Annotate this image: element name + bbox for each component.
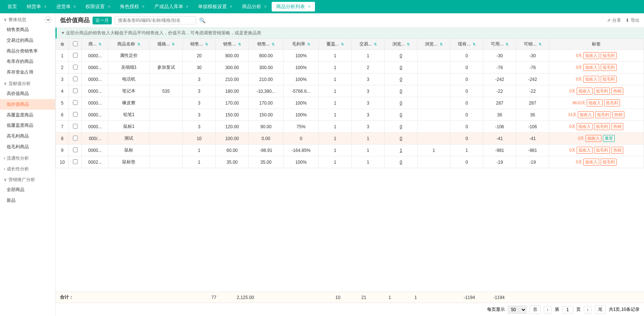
browse-link[interactable]: 0	[400, 53, 402, 58]
sidebar-group-marketing[interactable]: ∨ 营销推广分析	[0, 174, 55, 184]
sidebar-item-low-value[interactable]: 低价值商品	[0, 99, 55, 110]
row-checkbox-cell[interactable]	[69, 62, 82, 74]
sidebar-item-sales-products[interactable]: 销售类商品	[0, 24, 55, 35]
nav-purchase-order[interactable]: 进货单 ×	[52, 2, 81, 11]
sidebar-item-stock-products[interactable]: 有库存的商品	[0, 56, 55, 67]
th-sales2[interactable]: 销售... ⇅	[216, 39, 249, 50]
th-name[interactable]: 商品名称 ⇅	[108, 39, 150, 50]
close-icon[interactable]: ×	[264, 4, 266, 9]
sidebar-item-low-margin[interactable]: 低毛利商品	[0, 142, 55, 152]
row-browse1[interactable]: 0	[385, 133, 417, 145]
nav-role-auth[interactable]: 角色授权 ×	[115, 2, 149, 11]
th-code[interactable]: 商... ⇅	[82, 39, 108, 50]
row-browse1[interactable]: 0	[385, 50, 417, 62]
browse-link[interactable]: 0	[400, 101, 402, 106]
share-button[interactable]: ⇗ 分享	[607, 17, 621, 24]
nav-permission-settings[interactable]: 权限设置 ×	[81, 2, 115, 11]
browse-link[interactable]: 0	[400, 136, 402, 141]
first-page-button[interactable]: 首	[530, 305, 541, 314]
row-checkbox-cell[interactable]	[69, 50, 82, 62]
th-coverage[interactable]: 覆盖... ⇅	[319, 39, 352, 50]
row-checkbox-cell[interactable]	[69, 109, 82, 121]
sidebar-item-low-coverage[interactable]: 低覆盖度商品	[0, 120, 55, 131]
row-checkbox[interactable]	[73, 100, 78, 105]
sidebar-item-high-margin[interactable]: 高毛利商品	[0, 131, 55, 142]
nav-product-analysis-list[interactable]: 商品分析列表 ×	[272, 2, 315, 11]
browse-link[interactable]: 1	[400, 148, 402, 153]
row-browse1[interactable]: 0	[385, 85, 417, 97]
row-checkbox-cell[interactable]	[69, 145, 82, 156]
row-browse1[interactable]: 0	[385, 97, 417, 109]
browse-link[interactable]: 0	[400, 112, 402, 118]
row-checkbox[interactable]	[73, 53, 78, 58]
row-checkbox-cell[interactable]	[69, 97, 82, 109]
th-sales1[interactable]: 销售... ⇅	[183, 39, 216, 50]
search-icon[interactable]: 🔍	[199, 17, 205, 23]
row-browse1[interactable]: 0	[385, 121, 417, 133]
close-icon[interactable]: ×	[186, 4, 188, 9]
nav-product-analysis[interactable]: 商品分析 ×	[238, 2, 271, 11]
nav-home[interactable]: 首页	[3, 2, 21, 11]
row-checkbox[interactable]	[73, 159, 78, 164]
th-settings[interactable]: ⚙	[56, 39, 69, 50]
close-icon[interactable]: ×	[44, 4, 47, 9]
row-checkbox[interactable]	[73, 136, 78, 140]
row-browse1[interactable]: 1	[385, 145, 417, 156]
close-icon[interactable]: ×	[142, 4, 145, 9]
close-icon[interactable]: ×	[73, 4, 76, 9]
select-all-checkbox[interactable]	[73, 41, 78, 46]
close-icon[interactable]: ×	[108, 4, 110, 9]
sidebar-item-category-sales[interactable]: 商品分类销售率	[0, 46, 55, 57]
row-checkbox[interactable]	[73, 77, 78, 81]
row-checkbox[interactable]	[73, 124, 78, 129]
next-page-button[interactable]: ›	[584, 306, 592, 313]
row-checkbox[interactable]	[73, 147, 78, 152]
time-filter-button[interactable]: 近一月	[93, 17, 112, 24]
close-icon[interactable]: ×	[308, 4, 311, 9]
nav-template-settings[interactable]: 单据模板设置 ×	[194, 2, 237, 11]
th-saleable[interactable]: 可销... ⇅	[516, 39, 549, 50]
th-checkbox[interactable]	[69, 39, 82, 50]
sidebar-group-overall[interactable]: ∨ 整体信息 ≪	[0, 13, 55, 24]
nav-product-stock[interactable]: 产成品入库单 ×	[150, 2, 193, 11]
sidebar-item-traded-products[interactable]: 交易过的商品	[0, 35, 55, 46]
search-input[interactable]	[115, 16, 196, 24]
sidebar-group-growth[interactable]: › 成长性分析	[0, 163, 55, 174]
browse-link[interactable]: 0	[400, 160, 402, 165]
page-size-select[interactable]: 50 100 200	[508, 306, 527, 314]
row-checkbox[interactable]	[73, 65, 78, 69]
row-browse1[interactable]: 0	[385, 109, 417, 121]
browse-link[interactable]: 0	[400, 89, 402, 94]
export-button[interactable]: ⬇ 导出	[625, 17, 640, 24]
sidebar-item-new-products[interactable]: 新品	[0, 195, 55, 206]
last-page-button[interactable]: 尾	[595, 305, 606, 314]
row-checkbox-cell[interactable]	[69, 85, 82, 97]
prev-page-button[interactable]: ‹	[544, 306, 552, 313]
collapse-button[interactable]: ≪	[45, 16, 51, 23]
sidebar-group-liquidity[interactable]: › 流通性分析	[0, 152, 55, 163]
th-spec[interactable]: 规格... ⇅	[150, 39, 183, 50]
browse-link[interactable]: 0	[400, 65, 402, 70]
sidebar-item-high-coverage[interactable]: 高覆盖度商品	[0, 110, 55, 120]
th-available[interactable]: 可用... ⇅	[483, 39, 516, 50]
current-page-input[interactable]	[562, 306, 573, 313]
row-checkbox-cell[interactable]	[69, 121, 82, 133]
close-icon[interactable]: ×	[230, 4, 232, 9]
table-wrapper[interactable]: ⚙ 商... ⇅ 商品名称 ⇅ 规格... ⇅ 销售... ⇅ 销售... ⇅ …	[56, 38, 644, 292]
row-checkbox[interactable]	[73, 88, 78, 93]
th-transaction[interactable]: 交易... ⇅	[352, 39, 385, 50]
browse-link[interactable]: 0	[400, 124, 402, 129]
nav-sales-order[interactable]: 销货单 ×	[22, 2, 51, 11]
th-gross[interactable]: 毛利率 ⇅	[284, 39, 319, 50]
sidebar-item-all-products[interactable]: 全部商品	[0, 184, 55, 195]
row-checkbox-cell[interactable]	[69, 74, 82, 85]
sidebar-group-contribution[interactable]: ∨ 贡献值分析	[0, 78, 55, 88]
sidebar-item-stock-fund[interactable]: 库存资金占用	[0, 67, 55, 78]
th-browse2[interactable]: 浏览... ⇅	[417, 39, 450, 50]
row-browse1[interactable]: 0	[385, 62, 417, 74]
th-sales3[interactable]: 销售... ⇅	[248, 39, 283, 50]
row-browse1[interactable]: 0	[385, 156, 417, 168]
browse-link[interactable]: 0	[400, 77, 402, 82]
row-checkbox-cell[interactable]	[69, 156, 82, 168]
th-browse1[interactable]: 浏览... ⇅	[385, 39, 417, 50]
